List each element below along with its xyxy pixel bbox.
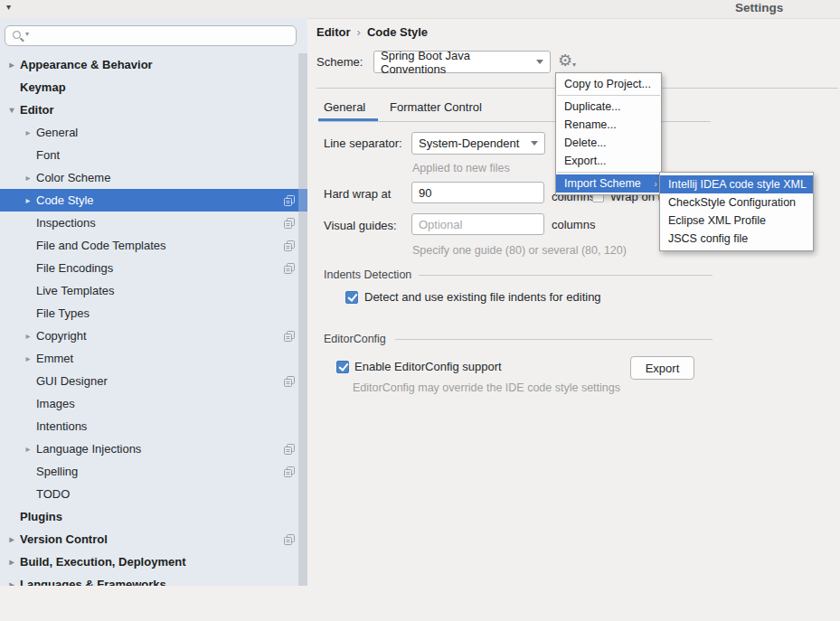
visual-guides-input[interactable]	[411, 213, 544, 235]
export-button[interactable]: Export	[630, 356, 694, 380]
scheme-select[interactable]: Spring Boot Java Conventions	[373, 51, 551, 73]
sidebar-item-language-injections[interactable]: ▸Language Injections	[0, 438, 307, 460]
sidebar-item-spelling[interactable]: Spelling	[0, 460, 307, 483]
sidebar-item-label: Languages & Frameworks	[20, 578, 166, 586]
breadcrumb-code-style[interactable]: Code Style	[367, 25, 428, 39]
sidebar-item-label: Build, Execution, Deployment	[20, 555, 185, 569]
sidebar-item-appearance-behavior[interactable]: ▸Appearance & Behavior	[0, 53, 307, 76]
sidebar-item-label: Inspections	[36, 216, 96, 230]
gear-caret-icon: ▾	[572, 61, 576, 69]
settings-sidebar: ▾ ▸Appearance & BehaviorKeymap▾Editor▸Ge…	[0, 18, 307, 586]
menu-item-delete[interactable]: Delete...	[556, 134, 661, 152]
sidebar-item-copyright[interactable]: ▸Copyright	[0, 325, 307, 347]
chevron-right-icon[interactable]: ▸	[20, 331, 36, 341]
sidebar-item-label: File Encodings	[36, 261, 113, 275]
line-separator-select[interactable]: System-Dependent	[411, 132, 545, 155]
sidebar-item-file-and-code-templates[interactable]: File and Code Templates	[0, 234, 307, 257]
submenu-item-jscs-config-file[interactable]: JSCS config file	[660, 230, 813, 248]
sidebar-item-label: General	[36, 126, 78, 139]
search-input[interactable]	[33, 27, 289, 45]
menu-item-export[interactable]: Export...	[556, 152, 661, 170]
sidebar-item-inspections[interactable]: Inspections	[0, 212, 307, 234]
copy-scheme-icon	[284, 263, 295, 274]
chevron-right-icon[interactable]: ▸	[4, 60, 20, 70]
editorconfig-section-divider	[395, 339, 713, 340]
chevron-right-icon[interactable]: ▸	[4, 534, 20, 544]
tab-general[interactable]: General	[324, 100, 365, 114]
sidebar-item-label: File and Code Templates	[36, 239, 166, 252]
chevron-right-icon[interactable]: ▸	[4, 557, 20, 567]
chevron-down-icon	[531, 141, 538, 146]
chevron-right-icon[interactable]: ▸	[20, 127, 36, 137]
sidebar-item-file-types[interactable]: File Types	[0, 302, 307, 325]
sidebar-item-label: Language Injections	[36, 442, 141, 456]
sidebar-item-gui-designer[interactable]: GUI Designer	[0, 370, 307, 392]
sidebar-item-file-encodings[interactable]: File Encodings	[0, 257, 307, 279]
sidebar-item-label: Keymap	[20, 80, 66, 94]
sidebar-item-label: GUI Designer	[36, 374, 108, 388]
sidebar-item-label: TODO	[36, 487, 70, 501]
scheme-actions-gear-button[interactable]: ⚙ ▾	[558, 51, 580, 72]
sidebar-item-label: Font	[36, 148, 60, 162]
sidebar-item-label: Spelling	[36, 465, 78, 478]
sidebar-item-label: Editor	[20, 103, 54, 117]
menu-item-import-scheme[interactable]: Import Scheme›	[556, 174, 661, 193]
tab-formatter-control[interactable]: Formatter Control	[390, 100, 482, 114]
sidebar-item-build-execution-deployment[interactable]: ▸Build, Execution, Deployment	[0, 550, 307, 573]
scheme-label: Scheme:	[316, 55, 363, 69]
sidebar-item-plugins[interactable]: Plugins	[0, 505, 307, 528]
indents-detection-section-divider	[419, 275, 713, 276]
submenu-item-intellij-idea-code-style-xml[interactable]: Intellij IDEA code style XML	[660, 175, 813, 193]
sidebar-item-languages-frameworks[interactable]: ▸Languages & Frameworks	[0, 573, 307, 586]
sidebar-item-label: Version Control	[20, 532, 108, 546]
breadcrumb-editor[interactable]: Editor	[316, 25, 351, 39]
submenu-arrow-icon: ›	[654, 174, 657, 193]
chevron-right-icon[interactable]: ▸	[20, 353, 36, 363]
sidebar-item-version-control[interactable]: ▸Version Control	[0, 528, 307, 550]
sidebar-item-todo[interactable]: TODO	[0, 483, 307, 505]
sidebar-item-label: Appearance & Behavior	[20, 58, 153, 71]
visual-guides-label: Visual guides:	[324, 219, 397, 232]
import-scheme-submenu: Intellij IDEA code style XMLCheckStyle C…	[659, 172, 814, 251]
sidebar-item-images[interactable]: Images	[0, 392, 307, 415]
copy-scheme-icon	[284, 240, 295, 251]
chevron-down-icon[interactable]: ▾	[4, 105, 20, 115]
detect-indents-checkbox[interactable]	[345, 291, 358, 304]
sidebar-item-label: Live Templates	[36, 284, 114, 297]
hard-wrap-input[interactable]	[411, 182, 544, 203]
sidebar-item-keymap[interactable]: Keymap	[0, 76, 307, 99]
enable-editorconfig-label[interactable]: Enable EditorConfig support	[354, 360, 502, 373]
search-box[interactable]: ▾	[5, 25, 297, 46]
sidebar-item-font[interactable]: Font	[0, 144, 307, 166]
chevron-right-icon[interactable]: ▸	[20, 173, 36, 183]
submenu-item-eclipse-xml-profile[interactable]: Eclipse XML Profile	[660, 212, 813, 230]
chevron-right-icon[interactable]: ▸	[20, 195, 36, 205]
search-icon-handle	[20, 37, 24, 42]
enable-editorconfig-checkbox[interactable]	[336, 361, 349, 373]
scheme-context-menu: Copy to Project...Duplicate...Rename...D…	[555, 72, 662, 195]
copy-scheme-icon	[284, 218, 295, 229]
titlebar-menu-icon[interactable]: ▾	[6, 2, 11, 12]
submenu-item-checkstyle-configuration[interactable]: CheckStyle Configuration	[660, 193, 813, 212]
chevron-right-icon[interactable]: ▸	[4, 579, 20, 586]
menu-item-rename[interactable]: Rename...	[556, 116, 661, 134]
copy-scheme-icon	[284, 195, 295, 206]
sidebar-item-intentions[interactable]: Intentions	[0, 415, 307, 438]
menu-item-copy-to-project[interactable]: Copy to Project...	[556, 75, 661, 93]
chevron-right-icon[interactable]: ▸	[20, 444, 36, 454]
sidebar-item-live-templates[interactable]: Live Templates	[0, 279, 307, 302]
hard-wrap-label: Hard wrap at	[324, 187, 391, 201]
sidebar-item-general[interactable]: ▸General	[0, 121, 307, 144]
sidebar-tree: ▸Appearance & BehaviorKeymap▾Editor▸Gene…	[0, 53, 307, 586]
sidebar-item-editor[interactable]: ▾Editor	[0, 99, 307, 121]
gear-icon: ⚙	[558, 51, 572, 71]
menu-item-duplicate[interactable]: Duplicate...	[556, 98, 661, 116]
sidebar-item-emmet[interactable]: ▸Emmet	[0, 347, 307, 370]
detect-indents-label[interactable]: Detect and use existing file indents for…	[364, 290, 601, 304]
editorconfig-section-title: EditorConfig	[324, 333, 386, 345]
sidebar-item-code-style[interactable]: ▸Code Style	[0, 189, 307, 212]
copy-scheme-icon	[284, 466, 295, 477]
sidebar-item-color-scheme[interactable]: ▸Color Scheme	[0, 166, 307, 189]
sidebar-scrollbar[interactable]	[298, 53, 307, 586]
search-history-caret-icon[interactable]: ▾	[25, 30, 29, 38]
